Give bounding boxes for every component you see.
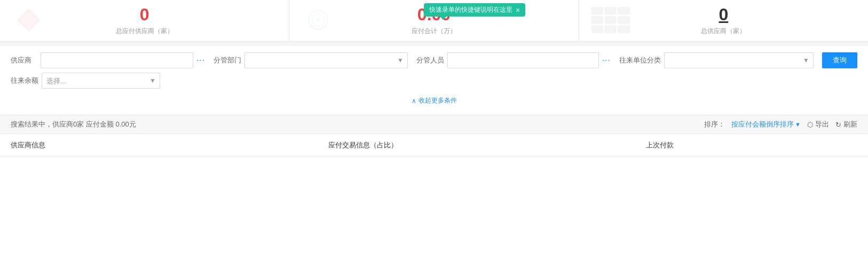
department-field: 分管部门 ▼ bbox=[214, 52, 408, 68]
sort-label: 排序： bbox=[704, 120, 725, 129]
svg-rect-11 bbox=[591, 25, 603, 33]
balance-select[interactable]: 选择... bbox=[42, 73, 160, 89]
svg-rect-9 bbox=[604, 16, 617, 24]
table-header: 供应商信息 应付交易信息（占比） 上次付款 bbox=[0, 134, 868, 157]
results-actions: 排序： 按应付会额倒序排序 ▼ ⬡ 导出 ↻ 刷新 bbox=[704, 120, 857, 129]
diamond-icon bbox=[16, 7, 42, 34]
supplier-input[interactable] bbox=[41, 52, 193, 68]
filter-row-2: 往来余额 选择... ▼ bbox=[11, 73, 857, 89]
collapse-chevron-icon: ∧ bbox=[412, 97, 416, 105]
refresh-label: 刷新 bbox=[843, 120, 857, 129]
svg-rect-12 bbox=[604, 25, 617, 33]
search-button[interactable]: 查询 bbox=[822, 52, 857, 68]
tooltip-close-btn[interactable]: × bbox=[516, 6, 520, 14]
balance-select-wrapper: 选择... ▼ bbox=[42, 73, 160, 89]
sort-value-label: 按应付会额倒序排序 bbox=[731, 120, 794, 129]
supplier-dots-btn[interactable]: ··· bbox=[196, 56, 205, 65]
tooltip-text: 快速录单的快捷键说明在这里 bbox=[429, 5, 512, 14]
department-select-wrapper: ▼ bbox=[244, 52, 408, 68]
col-supplier-header: 供应商信息 bbox=[11, 140, 328, 150]
col-payment-header: 上次付款 bbox=[646, 140, 858, 150]
department-label: 分管部门 bbox=[214, 56, 241, 65]
col-transaction-header: 应付交易信息（占比） bbox=[328, 140, 646, 150]
category-field: 往来单位分类 ▼ bbox=[619, 52, 814, 68]
collapse-label: 收起更多条件 bbox=[419, 96, 457, 105]
category-select[interactable] bbox=[664, 52, 814, 68]
department-select[interactable] bbox=[244, 52, 408, 68]
results-bar: 搜索结果中，供应商0家 应付金额 0.00元 排序： 按应付会额倒序排序 ▼ ⬡… bbox=[0, 115, 868, 134]
total-suppliers-number: 0 bbox=[719, 5, 728, 24]
refresh-button[interactable]: ↻ 刷新 bbox=[835, 120, 857, 129]
svg-rect-5 bbox=[591, 6, 603, 14]
svg-rect-6 bbox=[604, 6, 617, 14]
results-summary: 搜索结果中，供应商0家 应付金额 0.00元 bbox=[11, 120, 136, 129]
balance-label: 往来余额 bbox=[11, 76, 38, 85]
sort-select-btn[interactable]: 按应付会额倒序排序 ▼ bbox=[731, 120, 801, 129]
export-button[interactable]: ⬡ 导出 bbox=[807, 120, 829, 129]
svg-rect-0 bbox=[17, 7, 41, 32]
table-body bbox=[0, 157, 868, 275]
stats-bar: 0 总应付供应商（家） ¥ 0.00 应付合计（万） 快速录单的快捷键说明在这里… bbox=[0, 0, 868, 42]
svg-rect-10 bbox=[618, 16, 630, 24]
payable-suppliers-label: 总应付供应商（家） bbox=[116, 27, 173, 36]
total-suppliers-label: 总供应商（家） bbox=[701, 27, 746, 36]
payable-suppliers-number: 0 bbox=[140, 5, 149, 24]
balance-field: 往来余额 选择... ▼ bbox=[11, 73, 160, 89]
supplier-field: 供应商 ··· bbox=[11, 52, 205, 68]
stat-payable-suppliers: 0 总应付供应商（家） bbox=[0, 0, 289, 41]
export-label: 导出 bbox=[815, 120, 829, 129]
table-container: 供应商信息 应付交易信息（占比） 上次付款 bbox=[0, 134, 868, 275]
shortcut-tooltip: 快速录单的快捷键说明在这里 × bbox=[424, 3, 525, 17]
person-label: 分管人员 bbox=[416, 56, 444, 65]
svg-rect-13 bbox=[618, 25, 630, 33]
svg-rect-7 bbox=[618, 6, 630, 14]
sort-chevron-icon: ▼ bbox=[795, 121, 801, 128]
svg-rect-8 bbox=[591, 16, 603, 24]
supplier-label: 供应商 bbox=[11, 56, 37, 65]
filter-bar: 供应商 ··· 分管部门 ▼ 分管人员 ··· 往来单位分类 bbox=[0, 46, 868, 115]
person-field: 分管人员 ··· bbox=[416, 52, 611, 68]
person-input[interactable] bbox=[447, 52, 599, 68]
collapse-button[interactable]: ∧ 收起更多条件 bbox=[405, 95, 463, 106]
svg-text:¥: ¥ bbox=[315, 15, 321, 24]
category-select-wrapper: ▼ bbox=[664, 52, 814, 68]
stat-total-suppliers: 0 总供应商（家） bbox=[579, 0, 868, 41]
filter-row-1: 供应商 ··· 分管部门 ▼ 分管人员 ··· 往来单位分类 bbox=[11, 52, 857, 68]
export-icon: ⬡ bbox=[807, 121, 813, 129]
person-dots-btn[interactable]: ··· bbox=[602, 56, 611, 65]
collapse-row: ∧ 收起更多条件 bbox=[11, 93, 857, 111]
coin-icon: ¥ bbox=[305, 7, 331, 34]
payable-total-label: 应付合计（万） bbox=[412, 27, 456, 36]
stat-payable-total: ¥ 0.00 应付合计（万） 快速录单的快捷键说明在这里 × bbox=[289, 0, 579, 41]
grid-icon bbox=[590, 6, 633, 35]
category-label: 往来单位分类 bbox=[619, 56, 661, 65]
refresh-icon: ↻ bbox=[835, 121, 841, 129]
